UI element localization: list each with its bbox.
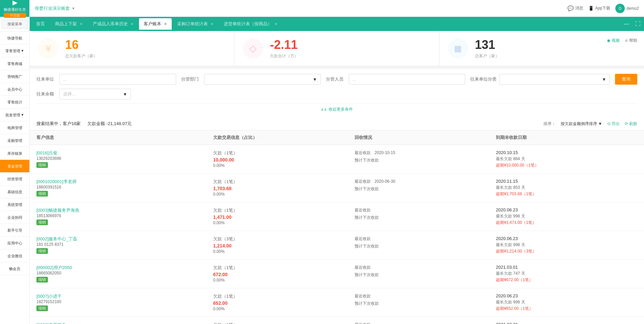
sidebar-item-chang-member[interactable]: 畅会员	[0, 262, 29, 275]
sort-value[interactable]: 按欠款金额倒序排序 ▼	[561, 121, 602, 127]
manager-input[interactable]: ...	[349, 74, 466, 85]
stat-label-total-customers: 总客户（家）	[475, 53, 499, 59]
refresh-btn[interactable]: ⟳ 刷新	[625, 121, 637, 127]
sidebar-item-retail-mgmt[interactable]: 零售管理 ▼	[0, 45, 29, 57]
sidebar-item-basic-info[interactable]: 基础信息	[0, 185, 29, 198]
tab-home[interactable]: 首页	[31, 18, 50, 30]
username-label: demo2	[626, 6, 639, 11]
query-button[interactable]: 查询	[615, 74, 637, 85]
customer-id-6[interactable]: [0006]去下粮仓	[36, 322, 213, 324]
sidebar-item-collab[interactable]: 企业协同	[0, 211, 29, 224]
overdue-days-0: 最长欠款 884 天	[496, 156, 637, 162]
sidebar-item-finance[interactable]: 资金管理	[0, 160, 29, 173]
debt-count-4: 欠款（1笔）	[213, 265, 355, 271]
sidebar-item-quick-nav[interactable]: 快捷导航	[0, 32, 29, 45]
debt-cell-3: 欠款（3笔） 1,214.00 0.00%	[213, 236, 355, 254]
sidebar-item-member[interactable]: 会员中心	[0, 83, 29, 96]
sort-label: 排序：	[543, 121, 556, 127]
collapse-btn[interactable]: ∧∧ 收起更多条件	[36, 104, 637, 112]
sidebar-item-retail-mall[interactable]: 零售商城	[0, 57, 29, 70]
customer-id-5[interactable]: [0007]小进干	[36, 293, 213, 299]
sidebar-item-marketing[interactable]: 营销推广	[0, 70, 29, 83]
customer-cell-2: [0003]畅捷服务尹海燕 18513066976 现销	[36, 207, 213, 225]
sidebar-item-system[interactable]: 系统管理	[0, 198, 29, 211]
video-btn[interactable]: ◉ 视频	[607, 38, 619, 43]
overdue-amount-3[interactable]: 超期¥1,214.00（3笔）	[496, 248, 637, 254]
filter-balance-label: 往来余额	[36, 91, 57, 97]
tab-maximize-btn[interactable]: ⛶	[634, 20, 642, 28]
debt-amount-2: 1,471.00	[213, 214, 355, 220]
customer-id-4[interactable]: [000002]用户2050	[36, 265, 213, 271]
tab-close-icon[interactable]: ✕	[80, 22, 83, 26]
source-unit-placeholder: ...	[63, 77, 67, 82]
app-download-btn[interactable]: 📱 App下载	[588, 5, 610, 11]
unit-type-select[interactable]: ▼	[499, 74, 610, 85]
customer-badge-4: 现销	[36, 277, 48, 283]
sidebar-item-purchase[interactable]: 采购管理	[0, 134, 29, 147]
overdue-amount-1[interactable]: 超期¥1,703.68（1笔）	[496, 191, 637, 197]
tab-minimize-btn[interactable]: —	[622, 20, 631, 28]
page-area: ¥ 16 总欠款客户（家） ◇ -2.11 欠款合计（万） ▦	[30, 31, 644, 324]
overdue-date-4: 2021.03.01	[496, 265, 637, 270]
customer-id-0[interactable]: [0016]吕俊	[36, 150, 213, 156]
sidebar-item-retail-stats[interactable]: 零售统计	[0, 96, 29, 109]
tab-close-icon[interactable]: ✕	[164, 22, 167, 26]
customer-id-1[interactable]: [0001020001]李老师	[36, 179, 213, 185]
tab-production-history[interactable]: 产成品入库单历史 ✕	[88, 18, 138, 30]
sidebar-item-enterprise-wechat[interactable]: 企业微信	[0, 249, 29, 262]
debt-count-5: 欠款（1笔）	[213, 293, 355, 299]
customer-id-3[interactable]: [0002]服务中心_丁磊	[36, 236, 213, 242]
topbar-right: 💬 消息 📱 App下载 D demo2	[567, 4, 639, 13]
tab-purchase-by-product[interactable]: 进货单统计表（按商品） ✕	[219, 18, 282, 30]
stat-card-total-customers: ▦ 131 总客户（家） ◉ 视频 ⊙ 帮助	[440, 31, 644, 66]
search-menu-btn[interactable]: 搜索菜单	[2, 20, 28, 29]
customer-badge-0: 现销	[36, 162, 48, 168]
tab-customer-account[interactable]: 客户账本 ✕	[139, 18, 172, 30]
overdue-amount-0[interactable]: 超期¥10,000.00（1笔）	[496, 163, 637, 168]
main-content: 母婴行业演示账套 ▼ 💬 消息 📱 App下载 D demo2	[30, 0, 644, 324]
table-header: 客户信息 欠款交易信息（占比） 回收情况 到期未收款日期	[30, 130, 644, 145]
sidebar-item-newbie[interactable]: 新手引导	[0, 224, 29, 237]
debt-amount-0: 10,000.00	[213, 157, 355, 163]
sidebar-item-ecommerce[interactable]: 电商管理	[0, 121, 29, 134]
overdue-days-5: 最长欠款 998 天	[496, 299, 637, 305]
sidebar-item-operations[interactable]: 经营管理	[0, 173, 29, 185]
balance-select[interactable]: 选择... ▼	[59, 89, 131, 99]
sidebar-item-inventory[interactable]: 库存核算	[0, 147, 29, 160]
source-unit-input[interactable]: ...	[59, 74, 176, 85]
customer-badge-1: 现销	[36, 191, 48, 197]
message-btn[interactable]: 💬 消息	[567, 5, 583, 11]
filter-dept-label: 分管部门	[181, 76, 201, 82]
table-row: [0002]服务中心_丁磊 181 0125 8371 现销 欠款（3笔） 1,…	[30, 231, 644, 260]
help-btn[interactable]: ⊙ 帮助	[625, 38, 637, 43]
overdue-days-1: 最长欠款 853 天	[496, 185, 637, 190]
recent-payment-3: 最近收款	[355, 236, 496, 242]
tab-close-icon[interactable]: ✕	[211, 22, 214, 26]
customer-badge-5: 现销	[36, 305, 48, 311]
sidebar-item-app-center[interactable]: 应用中心	[0, 237, 29, 249]
overdue-cell-5: 2020.06.23 最长欠款 998 天 超期¥652.00（1笔）	[496, 293, 637, 312]
topbar-left: 母婴行业演示账套 ▼	[35, 5, 75, 11]
tab-close-icon[interactable]: ✕	[275, 22, 278, 26]
export-btn[interactable]: ⊙ 导出	[607, 121, 620, 127]
export-icon: ⊙	[607, 121, 611, 126]
overdue-days-3: 最长欠款 998 天	[496, 242, 637, 248]
tab-product-status[interactable]: 商品上下架 ✕	[50, 18, 87, 30]
manager-placeholder: ...	[353, 77, 356, 82]
overdue-amount-4[interactable]: 超期¥672.00（1笔）	[496, 277, 637, 283]
overdue-amount-5[interactable]: 超期¥652.00（1笔）	[496, 306, 637, 312]
customer-id-2[interactable]: [0003]畅捷服务尹海燕	[36, 207, 213, 213]
dept-select[interactable]: ▼	[204, 74, 321, 85]
debt-count-3: 欠款（3笔）	[213, 236, 355, 242]
overdue-date-6: 2021.02.26	[496, 322, 637, 324]
collection-cell-1: 最近收款 2020-06-30 预计下次收款	[355, 179, 496, 192]
overdue-amount-2[interactable]: 超期¥1,471.00（1笔）	[496, 220, 637, 226]
tab-purchase-stats[interactable]: 采购订单统计表 ✕	[172, 18, 218, 30]
user-menu-btn[interactable]: D demo2	[615, 4, 639, 13]
customer-cell-1: [0001020001]李老师 18600391516 现销	[36, 179, 213, 197]
col-debt-info: 欠款交易信息（占比）	[213, 135, 355, 141]
industry-label: 母婴行业演示账套	[35, 5, 70, 11]
tab-close-icon[interactable]: ✕	[131, 22, 134, 26]
sidebar-item-wholesale[interactable]: 批发管理 ▼	[0, 109, 29, 121]
overdue-days-2: 最长欠款 998 天	[496, 213, 637, 219]
